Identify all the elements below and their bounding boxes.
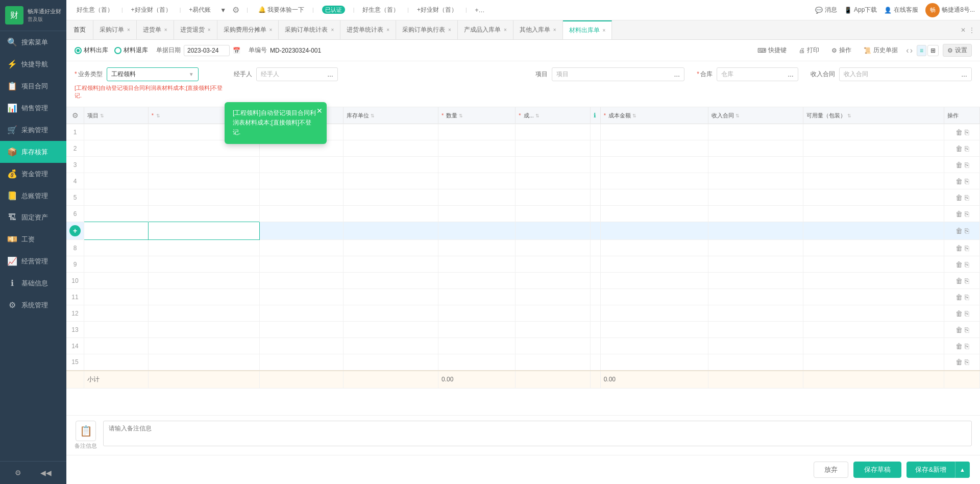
user-profile[interactable]: 畅 畅捷通8号... <box>925 3 975 17</box>
history-button[interactable]: 📜 历史单据 <box>860 44 902 56</box>
add-row-button[interactable]: + <box>69 225 81 236</box>
radio-material-out[interactable]: 材料出库 <box>75 46 108 55</box>
save-new-button[interactable]: 保存&新增 <box>906 462 955 478</box>
delete-row-icon[interactable]: 🗑 <box>955 293 963 301</box>
sidebar-item-finance[interactable]: 💰 资金管理 <box>0 163 66 185</box>
tab-more-icon[interactable]: ⋮ <box>969 27 975 34</box>
table-settings-icon[interactable]: ⚙ <box>72 111 79 119</box>
tab-close-icon[interactable]: × <box>208 27 211 33</box>
tab-goods-in[interactable]: 进货单 × <box>137 20 174 40</box>
sidebar-item-system[interactable]: ⚙ 系统管理 <box>0 294 66 316</box>
tab-close-icon[interactable]: × <box>331 27 334 33</box>
tab-purchase-order-exec[interactable]: 采购订单执行表 × <box>396 20 458 40</box>
copy-row-icon[interactable]: ⎘ <box>965 260 969 269</box>
sidebar-item-sales[interactable]: 📊 销售管理 <box>0 97 66 119</box>
tab-close-icon[interactable]: × <box>448 27 451 33</box>
bill-date-input[interactable] <box>184 45 230 56</box>
copy-row-icon[interactable]: ⎘ <box>965 326 969 334</box>
nav-prev-icon[interactable]: ‹ <box>906 46 909 55</box>
tab-close-icon[interactable]: × <box>270 27 273 33</box>
warehouse-input[interactable]: 仓库 … <box>717 67 798 81</box>
biz-type-select[interactable]: 工程领料 ▼ <box>107 67 199 81</box>
delete-row-icon[interactable]: 🗑 <box>955 144 963 153</box>
tab-close-icon[interactable]: × <box>127 27 130 33</box>
delete-row-icon[interactable]: 🗑 <box>955 309 963 318</box>
tab-purchase-order[interactable]: 采购订单 × <box>93 20 137 40</box>
save-new-dropdown-arrow[interactable]: ▲ <box>955 462 970 478</box>
delete-row-icon[interactable]: 🗑 <box>955 177 963 185</box>
settings-button[interactable]: ⚙ <box>13 467 23 479</box>
delete-row-icon[interactable]: 🗑 <box>955 227 963 235</box>
print-button[interactable]: 🖨 打印 <box>795 44 823 56</box>
copy-row-icon[interactable]: ⎘ <box>965 309 969 318</box>
tab-close-icon[interactable]: × <box>603 28 606 33</box>
copy-row-icon[interactable]: ⎘ <box>965 244 969 252</box>
copy-row-icon[interactable]: ⎘ <box>965 161 969 169</box>
copy-row-icon[interactable]: ⎘ <box>965 342 969 350</box>
nav-good-biz2[interactable]: 好生意（首） <box>357 4 404 16</box>
radio-material-return[interactable]: 材料退库 <box>114 46 148 55</box>
sidebar-item-search[interactable]: 🔍 搜索菜单 <box>0 31 66 53</box>
close-all-icon[interactable]: ✕ <box>961 27 966 34</box>
delete-row-icon[interactable]: 🗑 <box>955 244 963 252</box>
sidebar-item-fixed-assets[interactable]: 🏗 固定资产 <box>0 207 66 228</box>
tab-close-icon[interactable]: × <box>164 27 167 33</box>
sidebar-item-ops[interactable]: 📈 经营管理 <box>0 250 66 272</box>
tab-purchase-expense[interactable]: 采购费用分摊单 × <box>217 20 279 40</box>
tab-goods-return[interactable]: 进货退货 × <box>174 20 217 40</box>
delete-row-icon[interactable]: 🗑 <box>955 326 963 334</box>
copy-row-icon[interactable]: ⎘ <box>965 144 969 153</box>
tab-close-icon[interactable]: × <box>553 27 556 33</box>
tab-other-in[interactable]: 其他入库单 × <box>513 20 563 40</box>
tab-close-icon[interactable]: × <box>504 27 507 33</box>
operations-button[interactable]: ⚙ 操作 <box>827 44 855 56</box>
agent-input[interactable]: 经手人 … <box>256 67 338 81</box>
tab-goods-in-stats[interactable]: 进货单统计表 × <box>340 20 396 40</box>
nav-good-wealth[interactable]: +好业财（首） <box>126 4 177 16</box>
app-download-button[interactable]: 📱 App下载 <box>844 6 877 14</box>
copy-row-icon[interactable]: ⎘ <box>965 358 969 366</box>
copy-row-icon[interactable]: ⎘ <box>965 277 969 285</box>
tab-purchase-stats[interactable]: 采购订单统计表 × <box>279 20 340 40</box>
copy-row-icon[interactable]: ⎘ <box>965 293 969 301</box>
tab-material-out[interactable]: 材料出库单 × <box>563 20 612 40</box>
copy-row-icon[interactable]: ⎘ <box>965 210 969 218</box>
delete-row-icon[interactable]: 🗑 <box>955 260 963 269</box>
delete-row-icon[interactable]: 🗑 <box>955 128 963 136</box>
sidebar-item-project-contract[interactable]: 📋 项目合同 <box>0 75 66 97</box>
delete-row-icon[interactable]: 🗑 <box>955 193 963 202</box>
income-contract-input[interactable]: 收入合同 … <box>839 67 972 81</box>
delete-row-icon[interactable]: 🗑 <box>955 342 963 350</box>
online-service-button[interactable]: 👤 在线客服 <box>884 6 918 14</box>
notes-input[interactable] <box>103 421 972 446</box>
sidebar-item-salary[interactable]: 💴 工资 <box>0 228 66 250</box>
nav-next-icon[interactable]: › <box>910 46 913 55</box>
view-grid-icon[interactable]: ⊞ <box>927 45 939 56</box>
copy-row-icon[interactable]: ⎘ <box>965 128 969 136</box>
settings-button[interactable]: ⚙ 设置 <box>943 44 972 57</box>
discard-button[interactable]: 放弃 <box>814 462 848 478</box>
project-input[interactable]: 项目 … <box>552 67 684 81</box>
tab-product-in[interactable]: 产成品入库单 × <box>458 20 513 40</box>
delete-row-icon[interactable]: 🗑 <box>955 277 963 285</box>
tab-home[interactable]: 首页 <box>66 20 93 40</box>
sidebar-item-purchase[interactable]: 🛒 采购管理 <box>0 119 66 141</box>
calendar-icon[interactable]: 📅 <box>233 47 240 54</box>
sidebar-item-accounting[interactable]: 📒 总账管理 <box>0 185 66 207</box>
settings-gear-icon[interactable]: ⚙ <box>232 5 239 15</box>
delete-row-icon[interactable]: 🗑 <box>955 358 963 366</box>
nav-good-wealth2[interactable]: +好业财（首） <box>412 4 462 16</box>
save-draft-button[interactable]: 保存草稿 <box>853 462 901 478</box>
copy-row-icon[interactable]: ⎘ <box>965 193 969 202</box>
nav-more[interactable]: +… <box>470 5 490 16</box>
nav-easy-agent[interactable]: +易代账 <box>184 4 216 16</box>
message-button[interactable]: 💬 消息 <box>815 6 837 14</box>
delete-row-icon[interactable]: 🗑 <box>955 161 963 169</box>
tooltip-close-icon[interactable]: ✕ <box>316 105 323 116</box>
sidebar-item-quick-nav[interactable]: ⚡ 快捷导航 <box>0 53 66 75</box>
collapse-button[interactable]: ◀◀ <box>38 467 54 479</box>
copy-row-icon[interactable]: ⎘ <box>965 177 969 185</box>
sidebar-item-basic-info[interactable]: ℹ 基础信息 <box>0 272 66 294</box>
certified-badge[interactable]: 已认证 <box>317 4 350 16</box>
delete-row-icon[interactable]: 🗑 <box>955 210 963 218</box>
